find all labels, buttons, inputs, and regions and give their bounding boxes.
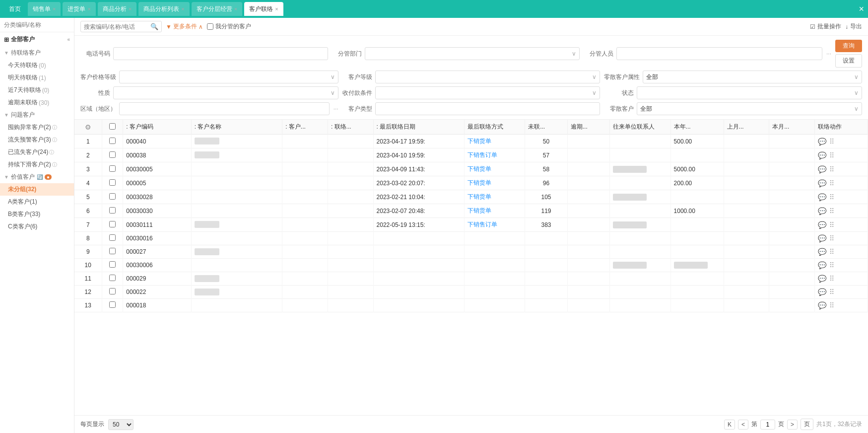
first-page-btn[interactable]: K xyxy=(724,420,735,430)
message-icon[interactable]: 💬 xyxy=(818,288,826,296)
select-all-checkbox[interactable] xyxy=(109,123,116,130)
sidebar-item-warning[interactable]: 流失预警客户(3) ⓘ xyxy=(0,134,74,146)
sidebar-item-abnormal[interactable]: 囤购异常客户(2) ⓘ xyxy=(0,121,74,134)
page-size-select[interactable]: 50 20 100 xyxy=(108,419,134,430)
my-customer-checkbox-group[interactable]: 我分管的客户 xyxy=(207,22,251,31)
retail-attr-select[interactable]: 全部 ∨ xyxy=(643,71,862,83)
cell-lastway[interactable]: 下销货单 xyxy=(464,162,525,176)
sidebar-item-7days[interactable]: 近7天待联络 (0) xyxy=(0,84,74,96)
purchase-tab-close[interactable]: × xyxy=(87,6,90,12)
cell-lastway[interactable]: 下销货单 xyxy=(464,135,525,148)
person-more-btn[interactable]: ··· xyxy=(826,50,831,57)
cell-check[interactable] xyxy=(102,232,123,245)
cell-check[interactable] xyxy=(102,286,123,299)
filter-search-icon[interactable]: 🔍 xyxy=(150,23,158,30)
price-grade-select[interactable]: ∨ xyxy=(119,71,338,83)
cell-check[interactable] xyxy=(102,190,123,204)
cell-lastway[interactable] xyxy=(464,245,525,259)
batch-op-btn[interactable]: ☑ 批量操作 xyxy=(810,22,841,31)
message-icon[interactable]: 💬 xyxy=(818,234,826,242)
message-icon[interactable]: 💬 xyxy=(818,151,826,159)
dept-select[interactable]: ∨ xyxy=(365,47,580,60)
nav-tab-analysis[interactable]: 商品分析 × xyxy=(98,2,136,16)
sidebar-item-lost[interactable]: 已流失客户(24) ⓘ xyxy=(0,146,74,158)
sidebar-item-declining[interactable]: 持续下滑客户(2) ⓘ xyxy=(0,158,74,171)
table-settings-icon[interactable]: ⚙ xyxy=(85,123,91,131)
analysis-tab-close[interactable]: × xyxy=(129,6,132,12)
cell-lastway[interactable] xyxy=(464,232,525,245)
row-checkbox[interactable] xyxy=(109,179,116,186)
row-checkbox[interactable] xyxy=(109,207,116,214)
row-checkbox[interactable] xyxy=(109,301,116,308)
col-header-lastway[interactable]: 最后联络方式 xyxy=(464,120,525,135)
cell-lastway[interactable]: 下销售订单 xyxy=(464,218,525,232)
row-checkbox[interactable] xyxy=(109,193,116,200)
col-header-lastdate[interactable]: : 最后联络日期 xyxy=(373,120,464,135)
row-checkbox[interactable] xyxy=(109,138,116,144)
row-checkbox[interactable] xyxy=(109,275,116,281)
prev-page-btn[interactable]: < xyxy=(738,420,748,430)
sidebar-item-tomorrow[interactable]: 明天待联络 (1) xyxy=(0,72,74,84)
more-actions-icon[interactable]: ⠿ xyxy=(829,301,834,309)
row-checkbox[interactable] xyxy=(109,151,116,158)
nav-tab-analysis-list[interactable]: 商品分析列表 × xyxy=(138,2,189,16)
sidebar-item-a-class[interactable]: A类客户(1) xyxy=(0,196,74,208)
close-all-btn[interactable]: × xyxy=(859,4,864,14)
message-icon[interactable]: 💬 xyxy=(818,301,826,309)
cell-lastway[interactable] xyxy=(464,272,525,286)
message-icon[interactable]: 💬 xyxy=(818,165,826,173)
more-actions-icon[interactable]: ⠿ xyxy=(829,165,834,173)
sidebar-item-overdue[interactable]: 逾期未联络 (30) xyxy=(0,96,74,109)
row-checkbox[interactable] xyxy=(109,261,116,268)
col-header-thisyear[interactable]: 本年... xyxy=(670,120,724,135)
nav-tab-customer-mgmt[interactable]: 客户分层经营 × xyxy=(192,2,242,16)
more-actions-icon[interactable]: ⠿ xyxy=(829,234,834,242)
cell-check[interactable] xyxy=(102,148,123,162)
row-checkbox[interactable] xyxy=(109,234,116,241)
col-header-coworker[interactable]: 往来单位联系人 xyxy=(610,120,670,135)
cell-check[interactable] xyxy=(102,245,123,259)
region-input[interactable] xyxy=(119,102,330,115)
next-page-btn[interactable]: > xyxy=(787,420,798,430)
current-page-input[interactable] xyxy=(760,420,775,430)
payment-select[interactable]: ∨ xyxy=(375,86,601,99)
cell-check[interactable] xyxy=(102,259,123,272)
cell-check[interactable] xyxy=(102,218,123,232)
more-actions-icon[interactable]: ⠿ xyxy=(829,288,834,296)
cell-check[interactable] xyxy=(102,272,123,286)
sidebar-group-value[interactable]: ▼ 价值客户 🔄 ● xyxy=(0,171,74,183)
cell-check[interactable] xyxy=(102,135,123,148)
sidebar-item-ungroup[interactable]: 未分组(32) xyxy=(0,183,74,196)
sidebar-search-input[interactable] xyxy=(4,21,74,28)
col-header-thismonth[interactable]: 本月... xyxy=(769,120,815,135)
row-checkbox[interactable] xyxy=(109,288,116,294)
cell-lastway[interactable]: 下销货单 xyxy=(464,190,525,204)
message-icon[interactable]: 💬 xyxy=(818,138,826,145)
col-header-code[interactable]: : 客户编码 xyxy=(123,120,192,135)
phone-input[interactable] xyxy=(113,47,328,60)
cell-lastway[interactable] xyxy=(464,286,525,299)
region-more-btn[interactable]: ··· xyxy=(334,105,338,112)
cell-check[interactable] xyxy=(102,204,123,218)
more-conditions-btn[interactable]: ▼ 更多条件 ∧ xyxy=(166,22,203,31)
sidebar-search[interactable]: 🔍 xyxy=(0,18,74,32)
nav-tab-purchase[interactable]: 进货单 × xyxy=(63,2,95,16)
sidebar-item-today[interactable]: 今天待联络 (0) xyxy=(0,59,74,72)
message-icon[interactable]: 💬 xyxy=(818,193,826,201)
message-icon[interactable]: 💬 xyxy=(818,179,826,187)
col-header-type[interactable]: : 客户... xyxy=(282,120,328,135)
more-actions-icon[interactable]: ⠿ xyxy=(829,248,834,256)
customer-type-input[interactable] xyxy=(375,102,601,115)
customer-grade-select[interactable]: ∨ xyxy=(375,71,601,83)
message-icon[interactable]: 💬 xyxy=(818,275,826,283)
my-customer-checkbox[interactable] xyxy=(207,23,213,30)
message-icon[interactable]: 💬 xyxy=(818,248,826,256)
query-btn[interactable]: 查询 xyxy=(835,40,862,52)
sales-tab-close[interactable]: × xyxy=(53,6,56,12)
filter-search-input[interactable] xyxy=(84,23,148,30)
message-icon[interactable]: 💬 xyxy=(818,261,826,269)
customer-contact-tab-close[interactable]: × xyxy=(275,6,278,12)
more-actions-icon[interactable]: ⠿ xyxy=(829,261,834,269)
more-actions-icon[interactable]: ⠿ xyxy=(829,193,834,201)
sidebar-collapse-icon[interactable]: « xyxy=(67,37,70,42)
